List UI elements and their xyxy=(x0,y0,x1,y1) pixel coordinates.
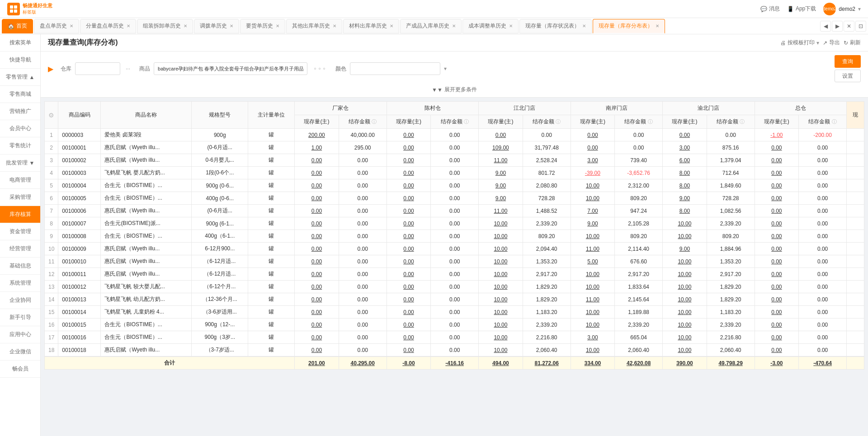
row-tot-qty[interactable]: 0.00 xyxy=(755,281,799,293)
row-d3-qty[interactable]: 10.00 xyxy=(479,293,523,306)
row-d2-qty[interactable]: 0.00 xyxy=(387,179,431,192)
row-d2-qty[interactable]: 0.00 xyxy=(387,141,431,154)
row-d3-qty[interactable]: 10.00 xyxy=(479,281,523,293)
sidebar-item-guide[interactable]: 新手引导 xyxy=(0,309,40,326)
goods-input[interactable] xyxy=(154,62,307,75)
tab-transfer-history[interactable]: 调拨单历史 ✕ xyxy=(194,19,239,33)
row-d1-qty[interactable]: 1.00 xyxy=(295,141,339,154)
row-d1-qty[interactable]: 200.00 xyxy=(295,129,339,141)
tab-close-icon[interactable]: ✕ xyxy=(184,23,187,28)
row-d3-qty[interactable]: 10.00 xyxy=(479,230,523,243)
row-d5-qty[interactable]: 3.00 xyxy=(663,141,707,154)
app-download-btn[interactable]: 📱 App下载 xyxy=(787,5,816,13)
row-d5-qty[interactable]: 10.00 xyxy=(663,230,707,243)
expand-conditions-btn[interactable]: ▼▼ 展开更多条件 xyxy=(432,86,477,94)
row-d1-qty[interactable]: 0.00 xyxy=(295,205,339,217)
query-btn[interactable]: 查询 xyxy=(835,55,861,68)
row-d4-qty[interactable]: 10.00 xyxy=(571,306,615,319)
tab-close-icon[interactable]: ✕ xyxy=(230,23,233,28)
row-d2-qty[interactable]: 0.00 xyxy=(387,243,431,255)
row-d3-qty[interactable]: 9.00 xyxy=(479,167,523,179)
row-d1-qty[interactable]: 0.00 xyxy=(295,268,339,281)
row-d2-qty[interactable]: 0.00 xyxy=(387,255,431,268)
row-d5-qty[interactable]: 10.00 xyxy=(663,255,707,268)
row-d1-qty[interactable]: 0.00 xyxy=(295,255,339,268)
tab-close-icon[interactable]: ✕ xyxy=(656,23,659,28)
export-btn[interactable]: ↗ 导出 xyxy=(823,39,840,47)
tab-close-icon[interactable]: ✕ xyxy=(509,23,513,28)
tab-cost-adjust-history[interactable]: 成本调整单历史 ✕ xyxy=(462,19,519,33)
row-d1-qty[interactable]: 0.00 xyxy=(295,306,339,319)
row-tot-qty[interactable]: 0.00 xyxy=(755,255,799,268)
row-d3-qty[interactable]: 10.00 xyxy=(479,268,523,281)
row-d2-qty[interactable]: 0.00 xyxy=(387,129,431,141)
row-tot-qty[interactable]: 0.00 xyxy=(755,179,799,192)
row-d3-qty[interactable]: 109.00 xyxy=(479,141,523,154)
row-d4-qty[interactable]: 10.00 xyxy=(571,268,615,281)
tab-close-icon[interactable]: ✕ xyxy=(452,23,456,28)
tab-close-icon[interactable]: ✕ xyxy=(276,23,279,28)
row-tot-qty[interactable]: 0.00 xyxy=(755,306,799,319)
row-d4-qty[interactable]: 5.00 xyxy=(571,255,615,268)
row-d1-qty[interactable]: 0.00 xyxy=(295,217,339,230)
row-tot-qty[interactable]: 0.00 xyxy=(755,331,799,344)
sidebar-item-marketing[interactable]: 营销推广 xyxy=(0,103,40,120)
row-d2-qty[interactable]: 0.00 xyxy=(387,217,431,230)
row-d4-qty[interactable]: 3.00 xyxy=(571,154,615,167)
row-tot-qty[interactable]: 0.00 xyxy=(755,268,799,281)
row-tot-qty[interactable]: 0.00 xyxy=(755,243,799,255)
row-d3-qty[interactable]: 10.00 xyxy=(479,217,523,230)
tab-home[interactable]: 🏠 首页 xyxy=(2,19,33,33)
tab-assembly-history[interactable]: 组装拆卸单历史 ✕ xyxy=(137,19,193,33)
tab-close-all-btn[interactable]: ✕ xyxy=(844,21,854,32)
row-d1-qty[interactable]: 0.00 xyxy=(295,344,339,357)
row-d3-qty[interactable]: 10.00 xyxy=(479,344,523,357)
sidebar-item-finance[interactable]: 资金管理 xyxy=(0,223,40,240)
tab-inventory-history[interactable]: 盘点单历史 ✕ xyxy=(34,19,79,33)
row-d4-qty[interactable]: 10.00 xyxy=(571,319,615,331)
row-d5-qty[interactable]: 10.00 xyxy=(663,306,707,319)
row-d4-qty[interactable]: 10.00 xyxy=(571,179,615,192)
row-d4-qty[interactable]: 10.00 xyxy=(571,281,615,293)
row-d5-qty[interactable]: 10.00 xyxy=(663,281,707,293)
warehouse-input[interactable] xyxy=(75,62,120,75)
row-tot-qty[interactable]: 0.00 xyxy=(755,167,799,179)
row-d1-qty[interactable]: 0.00 xyxy=(295,230,339,243)
filter-toggle-btn[interactable]: ▶ xyxy=(48,65,53,73)
row-d4-qty[interactable]: 3.00 xyxy=(571,331,615,344)
row-tot-qty[interactable]: 0.00 xyxy=(755,205,799,217)
row-d4-qty[interactable]: -39.00 xyxy=(571,167,615,179)
sidebar-item-system[interactable]: 系统管理 xyxy=(0,275,40,292)
tab-close-icon[interactable]: ✕ xyxy=(127,23,130,28)
row-d4-qty[interactable]: 10.00 xyxy=(571,192,615,205)
sidebar-item-purchase[interactable]: 采购管理 xyxy=(0,189,40,206)
row-d5-qty[interactable]: 8.00 xyxy=(663,205,707,217)
row-tot-qty[interactable]: -1.00 xyxy=(755,129,799,141)
row-d5-qty[interactable]: 10.00 xyxy=(663,319,707,331)
tab-material-out-history[interactable]: 材料出库单历史 ✕ xyxy=(343,19,399,33)
row-d4-qty[interactable]: 9.00 xyxy=(571,217,615,230)
row-d4-qty[interactable]: 10.00 xyxy=(571,230,615,243)
sidebar-item-member[interactable]: 会员中心 xyxy=(0,120,40,137)
row-d5-qty[interactable]: 6.00 xyxy=(663,154,707,167)
row-tot-qty[interactable]: 0.00 xyxy=(755,319,799,331)
row-d4-qty[interactable]: 11.00 xyxy=(571,293,615,306)
row-d1-qty[interactable]: 0.00 xyxy=(295,281,339,293)
sidebar-item-inventory[interactable]: 库存核算 xyxy=(0,206,40,223)
row-d5-qty[interactable]: 10.00 xyxy=(663,293,707,306)
row-d2-qty[interactable]: 0.00 xyxy=(387,331,431,344)
tab-stock-distribution[interactable]: 现存量（库存分布表） ✕ xyxy=(593,19,665,33)
row-d1-qty[interactable]: 0.00 xyxy=(295,167,339,179)
row-d3-qty[interactable]: 0.00 xyxy=(479,129,523,141)
row-d2-qty[interactable]: 0.00 xyxy=(387,293,431,306)
row-d5-qty[interactable]: 0.00 xyxy=(663,129,707,141)
set-btn[interactable]: 设置 xyxy=(835,70,861,82)
row-d1-qty[interactable]: 0.00 xyxy=(295,319,339,331)
row-d1-qty[interactable]: 0.00 xyxy=(295,154,339,167)
row-tot-qty[interactable]: 0.00 xyxy=(755,141,799,154)
row-d5-qty[interactable]: 10.00 xyxy=(663,331,707,344)
tab-other-out-history[interactable]: 其他出库单历史 ✕ xyxy=(286,19,342,33)
row-d3-qty[interactable]: 9.00 xyxy=(479,179,523,192)
row-d2-qty[interactable]: 0.00 xyxy=(387,167,431,179)
row-d5-qty[interactable]: 9.00 xyxy=(663,243,707,255)
